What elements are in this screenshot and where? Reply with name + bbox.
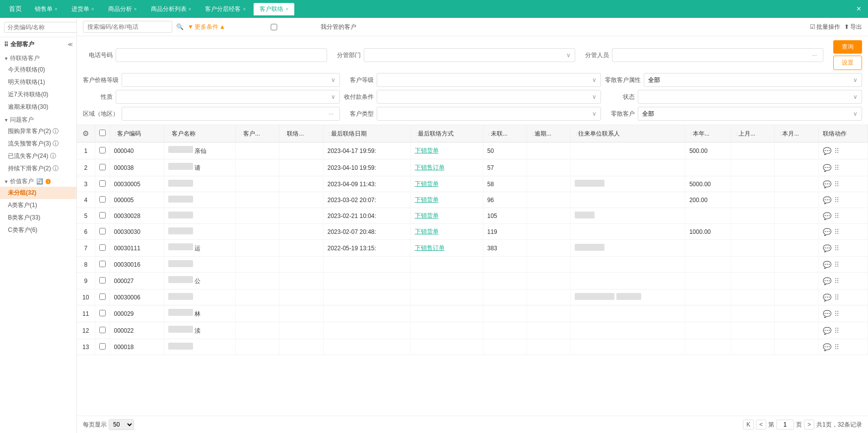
select-payment[interactable]: ∨ [377,90,601,104]
cell-last-method[interactable]: 下销货单 [410,192,483,208]
cell-checkbox[interactable] [95,273,110,289]
cell-last-method[interactable] [410,305,483,322]
sidebar-item-no-group[interactable]: 未分组(32) [0,187,76,199]
sidebar-item-overdue[interactable]: 逾期未联络(30) [0,101,76,113]
sidebar-item-b-class[interactable]: B类客户(33) [0,212,76,224]
close-tab-sales[interactable]: × [55,6,58,12]
cell-checkbox[interactable] [95,208,110,224]
nav-home[interactable]: 首页 [4,2,27,15]
cell-checkbox[interactable] [95,289,110,305]
cell-last-method[interactable] [410,322,483,339]
cell-last-method[interactable]: 下销货单 [410,176,483,192]
my-customers-checkbox-label[interactable]: 我分管的客户 [229,23,356,31]
phone-action-icon[interactable]: 💬 [823,277,831,285]
row-checkbox[interactable] [99,244,106,251]
row-checkbox[interactable] [99,164,106,170]
row-checkbox[interactable] [99,147,106,153]
cell-checkbox[interactable] [95,339,110,355]
first-page-btn[interactable]: K [743,420,754,430]
phone-action-icon[interactable]: 💬 [823,180,831,188]
batch-ops-btn[interactable]: ☑ 批量操作 [810,23,840,31]
row-checkbox[interactable] [99,327,106,333]
close-all-tabs[interactable]: × [854,3,864,14]
export-btn[interactable]: ⬆ 导出 [844,23,862,31]
nav-tab-customer-segment[interactable]: 客户分层经客 × [199,3,252,15]
select-dept[interactable]: ∨ [364,48,575,62]
filter-search-icon[interactable]: 🔍 [176,23,184,30]
sidebar-item-today[interactable]: 今天待联络(0) [0,64,76,76]
sidebar-item-tomorrow[interactable]: 明天待联络(1) [0,76,76,88]
sidebar-group-waiting[interactable]: ▼ 待联络客户 [0,52,76,64]
contact-method-link[interactable]: 下销货单 [415,228,439,235]
select-price-level[interactable]: ∨ [122,73,340,87]
page-input[interactable] [776,420,794,430]
more-action-icon[interactable]: ⠿ [834,147,839,155]
select-person[interactable]: ··· [612,48,823,62]
cell-checkbox[interactable] [95,224,110,240]
nav-tab-purchase[interactable]: 进货单 × [66,3,100,15]
more-action-icon[interactable]: ⠿ [834,277,839,285]
more-action-icon[interactable]: ⠿ [834,310,839,318]
more-action-icon[interactable]: ⠿ [834,293,839,301]
select-customer-level[interactable]: ∨ [377,73,601,87]
phone-action-icon[interactable]: 💬 [823,228,831,236]
select-retail-attr[interactable]: 全部 ∨ [644,73,862,87]
sidebar-item-7days[interactable]: 近7天待联络(0) [0,88,76,101]
contact-method-link[interactable]: 下销货单 [415,180,439,187]
cell-checkbox[interactable] [95,176,110,192]
phone-action-icon[interactable]: 💬 [823,244,831,252]
sidebar-item-churned[interactable]: 已流失客户(24) ⓘ [0,150,76,162]
more-action-icon[interactable]: ⠿ [834,343,839,351]
more-action-icon[interactable]: ⠿ [834,244,839,252]
cell-last-method[interactable] [410,339,483,355]
per-page-select[interactable]: 50 100 200 [109,419,134,430]
sidebar-group-value[interactable]: ▼ 价值客户 🔄 i [0,175,76,187]
more-action-icon[interactable]: ⠿ [834,196,839,204]
close-tab-purchase[interactable]: × [91,6,94,12]
my-customers-checkbox[interactable] [229,24,319,30]
dots-region[interactable]: ··· [327,110,335,117]
phone-action-icon[interactable]: 💬 [823,196,831,204]
more-action-icon[interactable]: ⠿ [834,261,839,269]
col-select-all[interactable] [95,125,110,143]
nav-tab-analysis-list[interactable]: 商品分析列表 × [145,3,198,15]
sidebar-item-c-class[interactable]: C类客户(6) [0,224,76,236]
sidebar-group-problem[interactable]: ▼ 问题客户 [0,113,76,125]
contact-method-link[interactable]: 下销货单 [415,196,439,203]
row-checkbox[interactable] [99,343,106,350]
contact-method-link[interactable]: 下销售订单 [415,244,445,251]
phone-action-icon[interactable]: 💬 [823,343,831,351]
cell-last-method[interactable]: 下销货单 [410,208,483,224]
phone-action-icon[interactable]: 💬 [823,293,831,301]
col-settings[interactable]: ⚙ [77,125,95,143]
nav-tab-sales[interactable]: 销售单 × [29,3,64,15]
more-conditions-btn[interactable]: ▼ 更多条件 ▲ [188,23,225,31]
close-tab-analysis-list[interactable]: × [189,6,192,12]
more-action-icon[interactable]: ⠿ [834,327,839,335]
cell-checkbox[interactable] [95,322,110,339]
more-action-icon[interactable]: ⠿ [834,164,839,172]
row-checkbox[interactable] [99,228,106,234]
cell-checkbox[interactable] [95,159,110,176]
contact-method-link[interactable]: 下销售订单 [415,164,445,171]
nav-tab-customer-contact[interactable]: 客户联络 × [254,3,294,15]
row-checkbox[interactable] [99,293,106,300]
phone-action-icon[interactable]: 💬 [823,212,831,220]
cell-checkbox[interactable] [95,257,110,273]
cell-last-method[interactable] [410,289,483,305]
contact-method-link[interactable]: 下销货单 [415,147,439,154]
select-customer-type[interactable]: ∨ [377,107,601,121]
phone-action-icon[interactable]: 💬 [823,327,831,335]
row-checkbox[interactable] [99,196,106,203]
row-checkbox[interactable] [99,212,106,218]
row-checkbox[interactable] [99,310,106,316]
next-page-btn[interactable]: > [804,420,814,430]
row-checkbox[interactable] [99,277,106,284]
sidebar-item-declining[interactable]: 持续下滑客户(2) ⓘ [0,162,76,175]
select-region[interactable]: ··· [122,107,340,121]
close-tab-customer-segment[interactable]: × [243,6,246,12]
select-status[interactable]: ∨ [638,90,862,104]
cell-last-method[interactable]: 下销货单 [410,224,483,240]
cell-last-method[interactable] [410,273,483,289]
sidebar-item-a-class[interactable]: A类客户(1) [0,199,76,212]
